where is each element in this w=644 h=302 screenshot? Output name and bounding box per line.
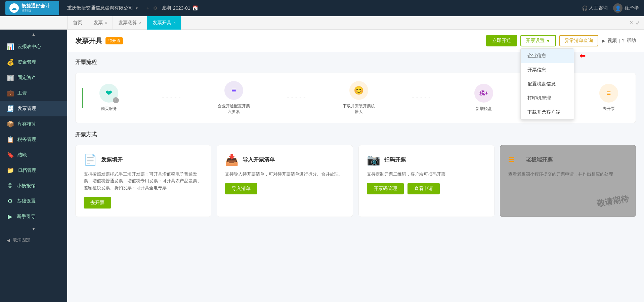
process-divider-left [82,88,83,108]
method-section-title: 开票方式 [75,131,636,138]
sidebar-item-yunbao[interactable]: 📊 云报表中心 [0,39,67,54]
dropdown-item-printer[interactable]: 打印机管理 [521,91,574,105]
settings-icon[interactable]: ⚙ [153,5,158,11]
process-icon-download: 😊 [349,81,368,100]
play-icon[interactable]: ▶ [602,38,605,43]
activate-btn[interactable]: 立即开通 [486,35,517,46]
sidebar-item-zijin-label: 资金管理 [17,59,36,65]
company-selector[interactable]: 重庆畅捷交通信息咨询有限公司 ▼ [63,5,142,11]
page-title: 发票开具 [75,36,102,45]
sidebar-item-kucun[interactable]: 📦 库存核算 [0,116,67,132]
sidebar-item-gongzi[interactable]: 💼 工资 [0,85,67,101]
process-arrow-3: - - - - - [379,94,464,102]
sidebar-item-jiezhang[interactable]: 🔖 结账 [0,147,67,163]
process-step-buy: ❤ + 购买服务 [89,84,129,112]
sidebar-scroll-up[interactable]: ▲ [0,30,67,39]
process-label-buy: 购买服务 [101,106,117,112]
method-fill-title: 发票填开 [101,156,123,163]
method-import-btn[interactable]: 导入清单 [225,183,257,194]
sidebar-item-guidang[interactable]: 📁 归档管理 [0,163,67,178]
cancel-pin-icon: ◀ [7,238,10,243]
sidebar-item-jichushezhi-label: 基础设置 [17,198,36,204]
dropdown-item-tax-disk[interactable]: 配置税盘信息 [521,77,574,91]
settings-dropdown: 企业信息 ⬅ 开票信息 配置税盘信息 打印机管理 [520,48,574,120]
sidebar-item-xinshouyindao[interactable]: ▶ 新手引导 [0,209,67,224]
sidebar: ▲ 📊 云报表中心 💰 资金管理 🏢 固定资产 💼 工资 🧾 发票管理 📦 库存… [0,30,67,302]
tab-invoice-issue[interactable]: 发票开具 × [147,16,181,30]
kucun-icon: 📦 [7,120,14,128]
divider-bar: | [619,38,620,43]
video-help-area: ▶ 视频 | ? 帮助 [602,38,636,44]
sidebar-item-gongzi-label: 工资 [17,90,27,96]
headset-icon: 🎧 [582,5,588,11]
sidebar-cancel-pin[interactable]: ◀ 取消固定 [0,234,67,247]
video-label[interactable]: 视频 [607,38,617,44]
dropdown-item-download-client[interactable]: 下载开票客户端 [521,105,574,119]
method-fill-desc: 支持按照发票样式手工填开发票；可开具增值税电子普通发票、增值税普通发票、增值税专… [84,171,203,192]
dropdown-item-invoice-info[interactable]: 开票信息 [521,63,574,77]
sidebar-item-gudingzichan-label: 固定资产 [17,75,36,81]
yunbao-icon: 📊 [7,43,14,50]
page-header: 发票开具 待开通 立即开通 开票设置 ▼ 企业信息 [67,30,644,52]
help-label[interactable]: 帮助 [627,38,636,44]
dropdown-item-company-info[interactable]: 企业信息 ⬅ [521,49,574,63]
help-icon: ? [622,38,625,43]
process-icon-config: ≡ [224,81,243,100]
page-actions: 立即开通 开票设置 ▼ 企业信息 ⬅ [486,35,636,46]
tab-invoice-calc-close[interactable]: × [139,21,141,25]
logo-area[interactable]: ☁ 畅捷通好会计 旗舰版 [5,1,59,15]
logo-subtitle: 旗舰版 [22,8,50,13]
calendar-icon[interactable]: 📅 [192,5,198,11]
method-scan-btn2[interactable]: 查看申请 [407,183,440,194]
tab-close-btn[interactable]: × [630,20,633,26]
tab-home-label: 首页 [73,20,82,26]
method-scan-icon: 📷 [367,153,380,167]
content-area: 发票开具 待开通 立即开通 开票设置 ▼ 企业信息 [67,30,644,302]
sidebar-item-fapiao-label: 发票管理 [17,106,36,112]
settings-btn[interactable]: 开票设置 ▼ [520,35,556,46]
method-import-title: 导入开票清单 [243,156,275,163]
user-area[interactable]: 👤 徐泽华 [613,3,639,13]
tab-bar: 首页 发票 × 发票测算 × 发票开具 × × ⤢ [0,16,644,30]
cancel-pin-label: 取消固定 [13,237,30,243]
sidebar-item-kucun-label: 库存核算 [17,121,36,127]
sidebar-item-gudingzichan[interactable]: 🏢 固定资产 [0,70,67,85]
sidebar-item-jichushezhi[interactable]: ⚙ 基础设置 [0,193,67,209]
process-step-config: ≡ 企业开通配置开票六要素 [214,81,254,115]
user-name: 徐泽华 [625,5,639,11]
jichushezhi-icon: ⚙ [7,197,13,205]
main-layout: ▲ 📊 云报表中心 💰 资金管理 🏢 固定资产 💼 工资 🧾 发票管理 📦 库存… [0,30,644,302]
period-info: 账期 2023-01 📅 [162,5,198,11]
tab-invoice-close[interactable]: × [105,21,107,25]
abnormal-list-btn[interactable]: 异常清单查询 [559,35,598,46]
method-scan-title: 扫码开票 [384,156,406,163]
method-boss-header: ≡ 老板端开票 [508,153,628,167]
sidebar-item-shuiwu-label: 税务管理 [17,137,36,143]
tab-invoice-issue-close[interactable]: × [173,21,176,25]
plus-badge-buy: + [113,97,119,103]
sidebar-item-zijin[interactable]: 💰 资金管理 [0,54,67,70]
process-step-download: 😊 下载并安装开票机器人 [339,81,379,115]
tab-invoice-calc[interactable]: 发票测算 × [113,16,147,30]
method-scan-btn1[interactable]: 开票码管理 [367,183,404,194]
tab-maximize-btn[interactable]: ⤢ [636,20,640,26]
sidebar-item-fapiao[interactable]: 🧾 发票管理 [0,101,67,116]
consult-btn[interactable]: 🎧 人工咨询 [582,5,608,11]
sidebar-item-xiaochangbaoxiao[interactable]: © 小畅报销 [0,178,67,193]
dropdown-printer-label: 打印机管理 [527,95,551,101]
logo-title: 畅捷通好会计 [22,3,50,9]
method-card-boss: ≡ 老板端开票 查看老板端小程序提交的开票申请，并作出相应的处理 敬请期待 [500,145,636,217]
sidebar-scroll-down[interactable]: ▼ [0,224,67,234]
tab-home[interactable]: 首页 [67,16,88,30]
tab-invoice-issue-label: 发票开具 [153,20,171,26]
sidebar-item-shuiwu[interactable]: 📋 税务管理 [0,132,67,147]
boss-watermark: 敬请期待 [596,193,630,209]
tab-invoice[interactable]: 发票 × [88,16,113,30]
sidebar-item-guidang-label: 归档管理 [17,167,36,174]
consult-label: 人工咨询 [589,5,608,11]
tab-invoice-label: 发票 [93,20,103,26]
divider: + [146,5,149,11]
method-fill-btn[interactable]: 去开票 [84,197,111,209]
process-step-tax: 税+ 新增税盘 [464,84,504,112]
tab-actions: × ⤢ [626,20,644,26]
